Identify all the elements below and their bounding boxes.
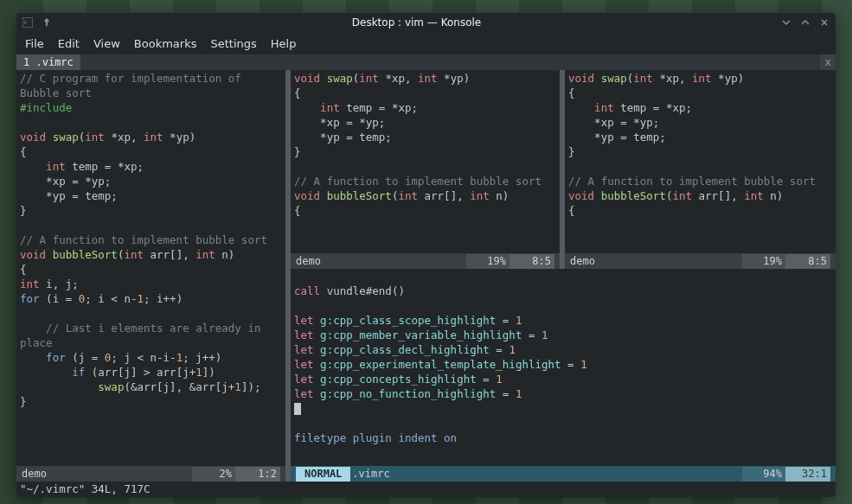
vim-editor[interactable]: // C program for implementation of Bubbl…	[16, 70, 836, 497]
status-position: 32:1	[785, 467, 830, 482]
tab-name: .vimrc	[35, 56, 73, 68]
menu-bookmarks[interactable]: Bookmarks	[134, 37, 197, 50]
menu-file[interactable]: File	[25, 37, 44, 50]
pin-icon[interactable]	[41, 16, 53, 29]
window-title: Desktop : vim — Konsole	[53, 16, 780, 29]
statusline-active: NORMAL .vimrc 94% 32:1	[291, 466, 836, 482]
status-position: 8:5	[785, 254, 830, 269]
tab-close-icon[interactable]: x	[820, 54, 836, 70]
maximize-icon[interactable]	[799, 16, 811, 29]
status-position: 1:2	[235, 467, 280, 482]
pane-top-right-2[interactable]: void swap(int *xp, int *yp) { int temp =…	[565, 70, 836, 253]
pane-bottom-right[interactable]: call vundle#end() let g:cpp_class_scope_…	[291, 269, 836, 466]
statusline: demo 19% 8:5	[565, 253, 836, 269]
status-filename: demo	[296, 254, 463, 269]
status-filename: demo	[22, 467, 189, 482]
pane-top-right-1[interactable]: void swap(int *xp, int *yp) { int temp =…	[291, 70, 560, 253]
menu-view[interactable]: View	[93, 37, 120, 50]
statusline: demo 2% 1:2	[16, 466, 285, 482]
status-filename: .vimrc	[352, 467, 739, 482]
close-icon[interactable]	[818, 16, 830, 29]
menubar: File Edit View Bookmarks Settings Help	[16, 32, 836, 54]
terminal-window: Desktop : vim — Konsole File Edit View B…	[16, 13, 836, 497]
svg-rect-0	[22, 17, 33, 28]
menu-help[interactable]: Help	[271, 37, 297, 50]
status-percent: 19%	[466, 254, 509, 269]
konsole-tabbar: 1 .vimrc x	[16, 54, 836, 70]
minimize-icon[interactable]	[780, 16, 792, 29]
status-percent: 2%	[192, 467, 235, 482]
menu-settings[interactable]: Settings	[210, 37, 256, 50]
tab-index: 1	[23, 56, 29, 68]
status-filename: demo	[570, 254, 739, 269]
vim-mode: NORMAL	[296, 467, 350, 482]
konsole-tab[interactable]: 1 .vimrc	[16, 54, 80, 70]
vim-cmdline[interactable]: "~/.vimrc" 34L, 717C	[16, 482, 836, 497]
app-icon	[22, 16, 34, 29]
statusline: demo 19% 8:5	[291, 253, 560, 269]
pane-left[interactable]: // C program for implementation of Bubbl…	[16, 70, 285, 466]
status-percent: 19%	[742, 254, 785, 269]
status-percent: 94%	[742, 467, 785, 482]
titlebar[interactable]: Desktop : vim — Konsole	[16, 13, 836, 32]
status-position: 8:5	[509, 254, 554, 269]
menu-edit[interactable]: Edit	[58, 37, 80, 50]
